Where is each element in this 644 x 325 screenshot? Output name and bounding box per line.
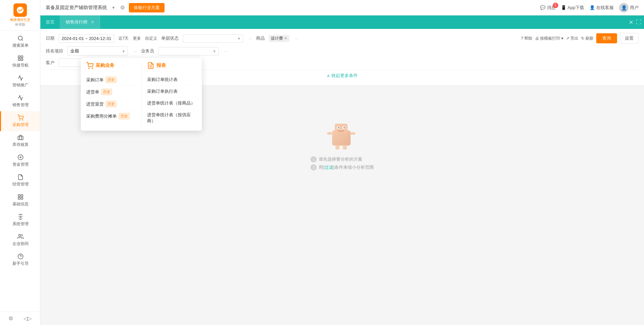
svg-rect-24 (350, 132, 355, 135)
tab-home[interactable]: 首页 (40, 15, 60, 29)
tab-maximize-btn[interactable]: ⛶ (636, 19, 641, 25)
system-title-arrow[interactable]: ▾ (112, 5, 115, 10)
report-section-header: 报表 (147, 62, 197, 71)
svg-point-21 (338, 127, 339, 128)
logo-icon (13, 3, 27, 17)
app-download-btn[interactable]: 📱 App下载 (561, 5, 584, 11)
date-value: 2024-01-01 ~ 2024-12-31 (62, 36, 111, 41)
status-more-btn[interactable]: ··· (249, 36, 252, 41)
dropdown-menu: 采购业务 采购订单 历史 进货单 历史 进货退货 历史 (81, 58, 202, 131)
print-icon: 🖨 (535, 36, 539, 41)
filter-row-1: 日期 2024-01-01 ~ 2024-12-31 近7天 更多 自定义 单据… (46, 33, 639, 44)
system-settings-icon[interactable]: ⚙ (120, 4, 125, 11)
report-order-stats-item[interactable]: 采购订单统计表 (147, 74, 197, 86)
sidebar-settings-btn[interactable]: ⚙ (8, 315, 13, 322)
app-download-label: App下载 (568, 5, 584, 11)
sidebar-item-system[interactable]: 系统管理 (0, 210, 40, 230)
filter-row-2: 排名项目 金额 ▾ ··· 业务员 ▾ ··· (46, 46, 639, 56)
sidebar-item-enterprise-label: 企业协同 (12, 241, 29, 247)
svg-rect-9 (18, 195, 20, 196)
salesperson-more-btn[interactable]: ··· (224, 49, 228, 54)
svg-point-14 (19, 234, 21, 236)
online-service-btn[interactable]: 👤 在线客服 (589, 5, 614, 11)
report-receipt-supplier-item[interactable]: 进货单统计表（按供应商） (147, 109, 197, 127)
product-tag: 设计费 ✕ (269, 35, 289, 42)
sidebar-collapse-btn[interactable]: ◁▷ (24, 315, 32, 322)
user-avatar: 👤 (619, 3, 629, 12)
date-label: 日期 (46, 35, 55, 41)
industry-btn[interactable]: 体验行业方案 (129, 3, 165, 12)
tab-close-all-btn[interactable]: ✕ (629, 19, 633, 26)
salesperson-select[interactable]: ▾ (158, 47, 219, 55)
purchase-return-label: 进货退货 (86, 101, 104, 107)
empty-hints: 1 请先选择要分析的方案 2 用[过滤]条件来缩小分析范围 (311, 156, 373, 170)
date-7days-btn[interactable]: 近7天 (118, 36, 129, 41)
report-receipt-product-label: 进货单统计表（按商品） (147, 100, 195, 106)
status-dropdown-arrow: ▾ (238, 36, 240, 41)
sidebar-item-finance[interactable]: 资金管理 (0, 151, 40, 171)
date-custom-btn[interactable]: 自定义 (145, 36, 157, 41)
rank-select[interactable]: 金额 ▾ (67, 46, 128, 56)
query-btn[interactable]: 查询 (596, 33, 617, 43)
sidebar-item-sales[interactable]: 销售管理 (0, 91, 40, 111)
user-btn[interactable]: 👤 用户 (619, 3, 639, 12)
svg-rect-3 (18, 59, 20, 60)
salesperson-label: 业务员 (141, 48, 154, 54)
report-order-exec-item[interactable]: 采购订单执行表 (147, 86, 197, 97)
purchase-return-item[interactable]: 进货退货 历史 (86, 98, 136, 110)
purchase-receipt-label: 进货单 (86, 89, 99, 95)
product-more-btn[interactable]: ··· (295, 36, 298, 41)
sidebar-item-search[interactable]: 搜索菜单 (0, 32, 40, 52)
sidebar-item-marketing[interactable]: 营销推广 (0, 72, 40, 91)
empty-hint-1: 1 请先选择要分析的方案 (311, 156, 373, 162)
svg-point-22 (344, 127, 345, 128)
collapse-label: 收起更多条件 (331, 73, 358, 79)
sidebar-item-operations[interactable]: 经营管理 (0, 171, 40, 191)
svg-rect-4 (21, 59, 23, 60)
filter-actions: ? 帮助 🖨 按模板打印 ▾ ↗ 导出 ↻ (521, 33, 639, 44)
sidebar-item-basic-label: 基础信息 (12, 201, 29, 207)
status-select[interactable]: ▾ (183, 34, 243, 43)
print-btn[interactable]: 🖨 按模板打印 ▾ (535, 36, 563, 41)
user-label: 用户 (630, 5, 639, 11)
purchase-expense-item[interactable]: 采购费用分摊单 历史 (86, 110, 136, 122)
sidebar-item-search-label: 搜索菜单 (12, 43, 29, 48)
purchase-order-item[interactable]: 采购订单 历史 (86, 74, 136, 86)
sidebar-item-quick-nav[interactable]: 快捷导航 (0, 52, 40, 72)
settings-btn[interactable]: 设置 (620, 33, 639, 44)
date-input[interactable]: 2024-01-01 ~ 2024-12-31 (59, 34, 114, 43)
sidebar: 畅捷通好生意 标准版 搜索菜单 快捷导航 营销推广 销售管理 (0, 0, 40, 325)
logo-text: 畅捷通好生意 (10, 17, 30, 22)
sidebar-item-basic[interactable]: 基础信息 (0, 191, 40, 210)
product-tag-close[interactable]: ✕ (284, 36, 287, 41)
purchase-receipt-history-badge: 历史 (101, 89, 112, 95)
export-btn[interactable]: ↗ 导出 (566, 36, 578, 41)
refresh-btn[interactable]: ↻ 刷新 (581, 36, 594, 41)
empty-icon (325, 119, 359, 152)
purchase-receipt-item[interactable]: 进货单 历史 (86, 86, 136, 98)
sidebar-item-purchase[interactable]: 采购管理 (0, 111, 40, 131)
notification-btn[interactable]: 💬 消息 5 (540, 5, 556, 11)
rank-dropdown-arrow: ▾ (122, 49, 125, 54)
main-content: 装备及固定资产辅助管理系统 ▾ ⚙ 体验行业方案 💬 消息 5 📱 App下载 … (40, 0, 644, 325)
report-order-exec-label: 采购订单执行表 (147, 88, 178, 94)
logo-area: 畅捷通好生意 标准版 (0, 0, 40, 31)
salesperson-dropdown-arrow: ▾ (213, 49, 216, 54)
top-bar: 装备及固定资产辅助管理系统 ▾ ⚙ 体验行业方案 💬 消息 5 📱 App下载 … (40, 0, 644, 15)
sidebar-item-system-label: 系统管理 (12, 221, 29, 227)
user-avatar-text: 👤 (621, 5, 627, 10)
svg-rect-18 (335, 124, 348, 133)
purchase-section-title: 采购业务 (96, 63, 114, 69)
sidebar-item-inventory[interactable]: 库存核算 (0, 131, 40, 151)
tab-sales-rank[interactable]: 销售排行榜 ✕ (60, 15, 100, 29)
svg-rect-26 (343, 145, 347, 150)
date-more-btn[interactable]: 更多 (133, 36, 141, 41)
sidebar-item-enterprise[interactable]: 企业协同 (0, 230, 40, 250)
svg-point-6 (22, 120, 23, 120)
report-receipt-product-item[interactable]: 进货单统计表（按商品） (147, 97, 197, 109)
rank-more-btn[interactable]: ··· (133, 49, 137, 54)
purchase-section: 采购业务 采购订单 历史 进货单 历史 进货退货 历史 (81, 62, 141, 127)
tab-sales-rank-close[interactable]: ✕ (91, 20, 94, 25)
help-btn[interactable]: ? 帮助 (521, 36, 532, 41)
sidebar-item-guide[interactable]: 新手引导 (0, 250, 40, 270)
